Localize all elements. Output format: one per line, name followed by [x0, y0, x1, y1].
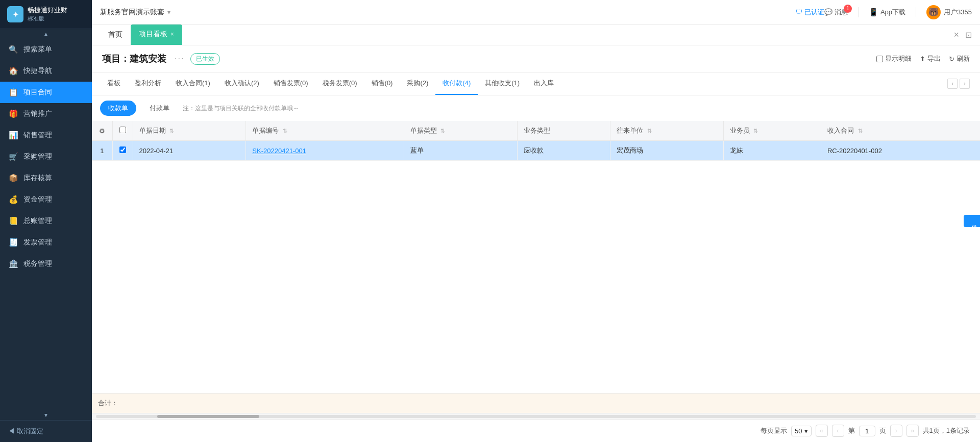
tab-home-label: 首页 [108, 30, 122, 39]
sidebar-item-inventory[interactable]: 📦 库存核算 [0, 167, 92, 189]
cell-checkbox [112, 141, 133, 161]
sidebar-unpin[interactable]: ◀ 取消固定 [0, 420, 92, 442]
sub-tab-other[interactable]: 其他收支(1) [478, 72, 527, 95]
finance-icon: 💰 [8, 195, 18, 204]
account-selector[interactable]: 新服务官网演示账套 ▾ [100, 8, 786, 17]
sidebar-item-invoice[interactable]: 🧾 发票管理 [0, 232, 92, 253]
col-salesman[interactable]: 业务员 ⇅ [723, 121, 821, 141]
page-number-input[interactable] [859, 426, 875, 436]
sidebar-nav: 🔍 搜索菜单 🏠 快捷导航 📋 项目合同 🎁 营销推广 📊 销售管理 🛒 采购管… [0, 39, 92, 410]
sidebar-item-purchase[interactable]: 🛒 采购管理 [0, 146, 92, 167]
app-download-btn[interactable]: 📱 App下载 [869, 8, 905, 17]
project-header: 项目：建筑安装 ··· 已生效 显示明细 ⬆ 导出 ↻ 刷新 [92, 45, 980, 72]
receipts-toggle-btn[interactable]: 收款单 [100, 101, 136, 116]
sidebar-scroll-up[interactable]: ▲ [0, 29, 92, 39]
scrollbar-thumb[interactable] [157, 415, 259, 418]
sub-tab-sales[interactable]: 销售(0) [364, 72, 400, 95]
show-detail-label: 显示明细 [885, 54, 912, 63]
sub-tab-inout[interactable]: 出入库 [527, 72, 561, 95]
sub-tab-income-confirm[interactable]: 收入确认(2) [217, 72, 266, 95]
tax-icon: 🏦 [8, 259, 18, 268]
sub-tab-income-contract[interactable]: 收入合同(1) [168, 72, 217, 95]
horizontal-scrollbar[interactable] [92, 413, 980, 419]
sidebar-item-label: 营销推广 [23, 109, 52, 118]
tab-close-icon[interactable]: × [170, 31, 174, 38]
sub-tabs-nav: ‹ › [945, 79, 972, 89]
doc-number-link[interactable]: SK-20220421-001 [252, 147, 306, 155]
feedback-float: 反馈 [964, 215, 980, 227]
sub-tab-board[interactable]: 看板 [100, 72, 128, 95]
sidebar-item-label: 销售管理 [23, 131, 52, 140]
sidebar: ✦ 畅捷通好业财 标准版 ▲ 🔍 搜索菜单 🏠 快捷导航 📋 项目合同 🎁 营销… [0, 0, 92, 442]
mobile-icon: 📱 [869, 8, 878, 17]
inventory-icon: 📦 [8, 174, 18, 183]
sub-tab-tax-invoice[interactable]: 税务发票(0) [315, 72, 364, 95]
sidebar-item-sales[interactable]: 📊 销售管理 [0, 125, 92, 146]
refresh-btn[interactable]: ↻ 刷新 [949, 54, 970, 63]
table-header-row: ⚙ 单据日期 ⇅ 单据编号 ⇅ [92, 121, 980, 141]
sidebar-item-label: 税务管理 [23, 259, 52, 268]
table-total-row: 合计： [92, 393, 980, 413]
home-icon: 🏠 [8, 66, 18, 76]
sidebar-item-marketing[interactable]: 🎁 营销推广 [0, 103, 92, 125]
window-buttons: × ⊡ [953, 30, 972, 40]
col-contract[interactable]: 收入合同 ⇅ [821, 121, 980, 141]
tab-home[interactable]: 首页 [100, 25, 131, 44]
sidebar-scroll-down[interactable]: ▼ [0, 410, 92, 420]
per-page-arrow-icon: ▾ [804, 427, 808, 435]
row-checkbox[interactable] [119, 146, 126, 153]
sub-tabs: 看板 盈利分析 收入合同(1) 收入确认(2) 销售发票(0) 税务发票(0) … [92, 72, 980, 95]
sidebar-item-nav[interactable]: 🏠 快捷导航 [0, 60, 92, 82]
sidebar-item-label: 快捷导航 [23, 66, 52, 76]
sidebar-item-ledger[interactable]: 📒 总账管理 [0, 210, 92, 232]
col-biz-type: 业务类型 [517, 121, 610, 141]
sidebar-item-search[interactable]: 🔍 搜索菜单 [0, 39, 92, 60]
col-partner[interactable]: 往来单位 ⇅ [610, 121, 724, 141]
per-page-select[interactable]: 50 ▾ [791, 426, 811, 436]
show-detail-toggle[interactable]: 显示明细 [876, 54, 912, 63]
close-window-btn[interactable]: × [953, 30, 959, 40]
sidebar-item-finance[interactable]: 💰 资金管理 [0, 189, 92, 210]
sub-tab-profit[interactable]: 盈利分析 [128, 72, 168, 95]
col-settings[interactable]: ⚙ [92, 121, 112, 141]
sub-tab-purchase[interactable]: 采购(2) [400, 72, 435, 95]
project-status-badge: 已生效 [190, 53, 220, 65]
sidebar-item-tax[interactable]: 🏦 税务管理 [0, 253, 92, 275]
messages-btn[interactable]: 💬 消息 1 [824, 8, 848, 17]
sort-type-icon: ⇅ [440, 128, 445, 134]
page-suffix: 页 [879, 426, 886, 435]
sub-tab-next-btn[interactable]: › [960, 79, 970, 89]
select-all-checkbox[interactable] [119, 127, 126, 133]
sort-contract-icon: ⇅ [858, 128, 863, 134]
col-number[interactable]: 单据编号 ⇅ [246, 121, 404, 141]
project-more-btn[interactable]: ··· [175, 54, 184, 63]
cell-contract: RC-20220401-002 [821, 141, 980, 161]
first-page-btn[interactable]: « [816, 425, 828, 437]
username-label: 用户3355 [944, 8, 972, 17]
export-btn[interactable]: ⬆ 导出 [920, 54, 941, 63]
sub-tab-receipts[interactable]: 收付款(4) [435, 72, 478, 95]
prev-page-btn[interactable]: ‹ [832, 425, 844, 437]
next-page-btn[interactable]: › [890, 425, 902, 437]
sidebar-item-label: 库存核算 [23, 174, 52, 183]
sub-tab-sales-invoice[interactable]: 销售发票(0) [266, 72, 315, 95]
expand-window-btn[interactable]: ⊡ [965, 30, 972, 40]
account-arrow-icon: ▾ [167, 9, 170, 16]
export-label: 导出 [927, 54, 941, 63]
tab-project-board[interactable]: 项目看板 × [131, 24, 182, 45]
last-page-btn[interactable]: » [906, 425, 919, 437]
col-date[interactable]: 单据日期 ⇅ [133, 121, 246, 141]
show-detail-checkbox[interactable] [876, 56, 883, 62]
settings-icon: ⚙ [99, 127, 105, 135]
cell-salesman: 龙妹 [723, 141, 821, 161]
col-type[interactable]: 单据类型 ⇅ [404, 121, 517, 141]
payments-toggle-btn[interactable]: 付款单 [141, 101, 178, 116]
sidebar-unpin-label: ◀ 取消固定 [8, 427, 43, 436]
table-row[interactable]: 1 2022-04-21 SK-20220421-001 蓝单 [92, 141, 980, 161]
sub-tab-prev-btn[interactable]: ‹ [947, 79, 958, 89]
sidebar-item-project[interactable]: 📋 项目合同 [0, 82, 92, 103]
feedback-btn[interactable]: 反馈 [964, 215, 980, 227]
user-menu[interactable]: 🐻 用户3355 [926, 5, 972, 19]
main-area: 新服务官网演示账套 ▾ 🛡 已认证 💬 消息 1 📱 App下载 🐻 用户335… [92, 0, 980, 442]
search-icon: 🔍 [8, 45, 18, 54]
